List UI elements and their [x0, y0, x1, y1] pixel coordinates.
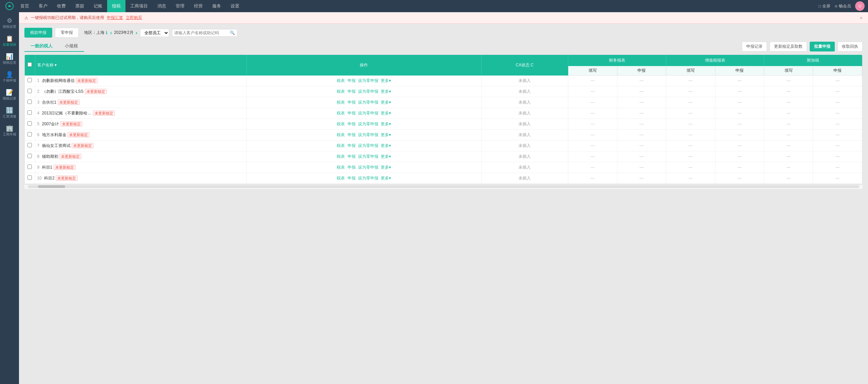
- fullscreen-button[interactable]: □ 全屏: [818, 3, 830, 9]
- search-icon[interactable]: 🔍: [230, 30, 235, 35]
- op-btn-2[interactable]: 设为零申报: [358, 143, 378, 148]
- scrollbar-thumb[interactable]: [38, 185, 65, 188]
- op-btn-2[interactable]: 设为零申报: [358, 132, 378, 137]
- tab-tax-declaration[interactable]: 税款申报: [24, 28, 52, 38]
- sidebar-item-batch-tax[interactable]: 📋 批量报税: [1, 33, 18, 49]
- nav-billing[interactable]: 收费: [52, 0, 71, 12]
- op-btn-3[interactable]: 更多▾: [381, 165, 391, 170]
- sidebar-item-business-report[interactable]: 🏢 工商年报: [1, 123, 18, 139]
- date-next-button[interactable]: ›: [136, 30, 137, 36]
- department-dropdown[interactable]: 全部员工: [140, 29, 169, 37]
- row-checkbox-6[interactable]: [27, 143, 32, 147]
- nav-business[interactable]: 工商项目: [125, 0, 153, 12]
- op-btn-1[interactable]: 申报: [348, 78, 356, 83]
- row-checkbox-7[interactable]: [27, 154, 32, 158]
- region-info-icon[interactable]: ℹ: [106, 30, 107, 35]
- nav-customer[interactable]: 客户: [34, 0, 52, 12]
- op-btn-2[interactable]: 设为零申报: [358, 165, 378, 170]
- nav-management[interactable]: 管理: [171, 0, 189, 12]
- declaration-records-button[interactable]: 申报记录: [742, 42, 767, 51]
- op-btn-3[interactable]: 更多▾: [381, 111, 391, 115]
- op-btn-2[interactable]: 设为零申报: [358, 100, 378, 105]
- op-btn-3[interactable]: 更多▾: [381, 89, 391, 94]
- op-btn-2[interactable]: 设为零申报: [358, 89, 378, 94]
- op-btn-1[interactable]: 申报: [348, 154, 356, 159]
- update-quota-button[interactable]: 更新核定及取数: [770, 42, 807, 51]
- tab-zero-declaration[interactable]: 零申报: [55, 28, 79, 38]
- op-btn-0[interactable]: 税表: [337, 78, 345, 83]
- nav-home[interactable]: 首页: [16, 0, 34, 12]
- member-button[interactable]: ⊙ 畅会员: [834, 3, 851, 9]
- op-btn-0[interactable]: 税表: [337, 111, 345, 115]
- main-layout: ⚙ 报税设置 📋 批量报税 📊 报税总览 👤 个税申报 📝 报税记录 🔢 汇算清…: [0, 12, 868, 384]
- op-btn-2[interactable]: 设为零申报: [358, 78, 378, 83]
- row-checkbox-1[interactable]: [27, 89, 32, 93]
- op-btn-1[interactable]: 申报: [348, 122, 356, 126]
- user-avatar[interactable]: U: [855, 1, 865, 11]
- op-btn-2[interactable]: 设为零申报: [358, 176, 378, 180]
- nav-invoice[interactable]: 票据: [71, 0, 89, 12]
- op-btn-3[interactable]: 更多▾: [381, 154, 391, 159]
- row-checkbox-5[interactable]: [27, 132, 32, 136]
- sidebar-item-tax-settings[interactable]: ⚙ 报税设置: [1, 15, 18, 31]
- op-btn-2[interactable]: 设为零申报: [358, 111, 378, 115]
- op-btn-0[interactable]: 税表: [337, 122, 345, 126]
- op-btn-1[interactable]: 申报: [348, 132, 356, 137]
- sidebar-item-tax-overview[interactable]: 📊 报税总览: [1, 51, 18, 67]
- nav-settings[interactable]: 设置: [226, 0, 244, 12]
- batch-declare-button[interactable]: 批量申报: [810, 42, 835, 51]
- op-btn-3[interactable]: 更多▾: [381, 100, 391, 105]
- banner-close-button[interactable]: ×: [860, 15, 863, 21]
- op-btn-1[interactable]: 申报: [348, 100, 356, 105]
- op-btn-1[interactable]: 申报: [348, 89, 356, 94]
- op-btn-3[interactable]: 更多▾: [381, 78, 391, 83]
- nav-tax[interactable]: 报税: [107, 0, 125, 12]
- tab-general-taxpayer[interactable]: 一般的税人: [24, 41, 59, 52]
- op-btn-3[interactable]: 更多▾: [381, 122, 391, 126]
- nav-messages[interactable]: 消息: [153, 0, 171, 12]
- sidebar-item-calculation[interactable]: 🔢 汇算清缴: [1, 105, 18, 121]
- horizontal-scrollbar[interactable]: [24, 184, 863, 189]
- nav-operations[interactable]: 经营: [189, 0, 208, 12]
- row-checkbox-2[interactable]: [27, 100, 32, 104]
- tab-small-scale[interactable]: 小规模: [59, 41, 84, 52]
- op-btn-0[interactable]: 税表: [337, 89, 345, 94]
- th-fin-fill: 填写: [568, 66, 617, 76]
- fin-declare-cell: —: [617, 151, 666, 162]
- op-btn-0[interactable]: 税表: [337, 165, 345, 170]
- row-checkbox-0[interactable]: [27, 78, 32, 82]
- op-btn-0[interactable]: 税表: [337, 132, 345, 137]
- nav-bookkeeping[interactable]: 记账: [89, 0, 107, 12]
- add-declare-cell: —: [813, 97, 862, 108]
- op-btn-1[interactable]: 申报: [348, 143, 356, 148]
- banner-link-buy[interactable]: 立即购买: [126, 15, 142, 21]
- op-btn-0[interactable]: 税表: [337, 143, 345, 148]
- row-checkbox-4[interactable]: [27, 121, 32, 126]
- op-btn-3[interactable]: 更多▾: [381, 143, 391, 148]
- ca-status-cell: 未插入: [481, 140, 568, 151]
- row-checkbox-9[interactable]: [27, 175, 32, 180]
- op-btn-3[interactable]: 更多▾: [381, 132, 391, 137]
- customer-name-text: 地方水利基金: [42, 132, 66, 137]
- op-btn-0[interactable]: 税表: [337, 154, 345, 159]
- op-btn-0[interactable]: 税表: [337, 100, 345, 105]
- search-input[interactable]: [174, 30, 229, 35]
- op-btn-0[interactable]: 税表: [337, 176, 345, 180]
- op-btn-2[interactable]: 设为零申报: [358, 122, 378, 126]
- nav-services[interactable]: 服务: [208, 0, 226, 12]
- row-checkbox-8[interactable]: [27, 165, 32, 169]
- op-btn-1[interactable]: 申报: [348, 111, 356, 115]
- select-all-checkbox[interactable]: [27, 62, 32, 67]
- op-btn-2[interactable]: 设为零申报: [358, 154, 378, 159]
- op-btn-3[interactable]: 更多▾: [381, 176, 391, 180]
- sidebar-item-personal-tax[interactable]: 👤 个税申报: [1, 69, 18, 85]
- sidebar-item-tax-records[interactable]: 📝 报税记录: [1, 87, 18, 103]
- row-checkbox-cell: [25, 129, 35, 140]
- date-prev-button[interactable]: ‹: [110, 30, 112, 36]
- row-checkbox-3[interactable]: [27, 110, 32, 115]
- op-btn-1[interactable]: 申报: [348, 176, 356, 180]
- op-btn-1[interactable]: 申报: [348, 165, 356, 170]
- table-row: 7 杨仙女工资商试 未更新核定 税表 申报 设为零申报 更多▾ 未插入 — — …: [25, 140, 862, 151]
- receive-receipt-button[interactable]: 收取回执: [837, 42, 863, 51]
- banner-link-summary[interactable]: 申报汇签: [107, 15, 123, 21]
